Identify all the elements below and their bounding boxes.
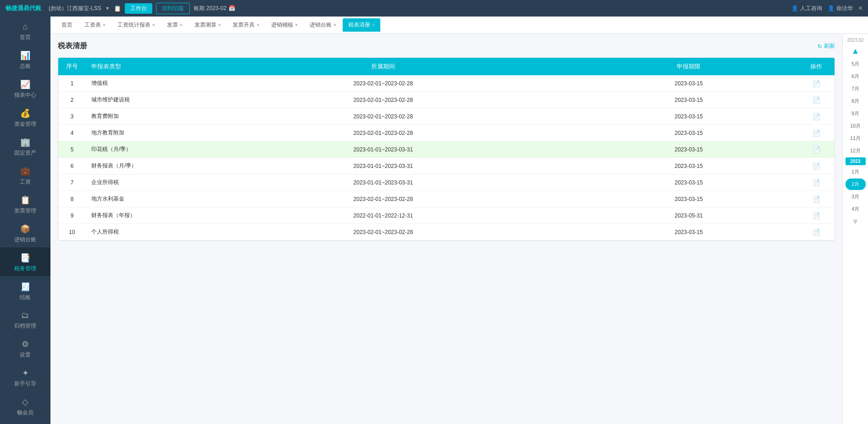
tab-purchases-ledger-close[interactable]: × <box>334 22 336 28</box>
cell-action[interactable]: 📄 <box>798 125 835 141</box>
cell-period: 2023-02-01~2023-02-28 <box>187 108 579 125</box>
cell-action[interactable]: 📄 <box>798 92 835 108</box>
view-icon[interactable]: 📄 <box>812 96 820 104</box>
timeline-month-6[interactable]: 6月 <box>846 71 866 82</box>
sidebar-item-assets[interactable]: 🏢 固定资产 <box>0 132 50 161</box>
tab-salary-table[interactable]: 工资表 × <box>79 18 111 32</box>
timeline-month-3[interactable]: 3月 <box>846 191 866 202</box>
col-period: 所属期间 <box>187 58 579 75</box>
sidebar-item-reports[interactable]: 📈 报表中心 <box>0 74 50 103</box>
refresh-icon: ↻ <box>818 43 822 50</box>
view-icon[interactable]: 📄 <box>812 229 820 236</box>
main-panel: 税表清册 ↻ 刷新 序号 申报表类型 所属期间 申报期限 <box>50 34 842 424</box>
timeline-month-7[interactable]: 7月 <box>846 83 866 95</box>
cell-action[interactable]: 📄 <box>798 174 835 191</box>
ai-icon: 👤 <box>791 5 798 11</box>
timeline-month-8[interactable]: 8月 <box>846 95 866 107</box>
tab-invoice-open[interactable]: 发票开具 × <box>227 18 265 32</box>
cell-type: 地方水利基金 <box>86 191 187 207</box>
sidebar-item-home[interactable]: ⌂ 首页 <box>0 17 50 45</box>
cell-action[interactable]: 📄 <box>798 191 835 207</box>
tab-invoice-calc-close[interactable]: × <box>218 22 221 28</box>
timeline-month-4[interactable]: 4月 <box>846 203 866 215</box>
sidebar-item-ledger[interactable]: 📊 总账 <box>0 45 50 74</box>
view-icon[interactable]: 📄 <box>812 162 820 170</box>
timeline-month-9[interactable]: 9月 <box>846 108 866 119</box>
cell-seq: 8 <box>58 191 86 207</box>
sidebar-item-archive[interactable]: 🗂 归档管理 <box>0 305 50 334</box>
invoice-icon: 📋 <box>20 195 30 205</box>
timeline-month-2[interactable]: 2月 <box>846 179 866 190</box>
cell-period: 2022-01-01~2022-12-31 <box>187 207 579 224</box>
cell-period: 2023-01-01~2023-03-31 <box>187 141 579 158</box>
timeline-down-button[interactable]: ▼ <box>851 217 860 227</box>
view-icon[interactable]: 📄 <box>812 80 820 87</box>
cell-type: 个人所得税 <box>86 224 187 240</box>
timeline-month-1[interactable]: 1月 <box>846 166 866 178</box>
switch-old-button[interactable]: 切到旧版 <box>156 3 190 14</box>
sidebar-item-guide[interactable]: ✦ 新手引导 <box>0 363 50 391</box>
top-bar: 畅捷通易代账 (勿动）江西服宝-LSS ▼ 📋 工作台 切到旧版 账期 2023… <box>0 0 868 17</box>
cell-type: 财务报表（月/季） <box>86 158 187 174</box>
timeline-month-5[interactable]: 5月 <box>846 58 866 70</box>
sidebar-item-invoice[interactable]: 📋 发票管理 <box>0 190 50 218</box>
refresh-button[interactable]: ↻ 刷新 <box>818 42 835 50</box>
tab-salary-stats-close[interactable]: × <box>152 22 155 28</box>
view-icon[interactable]: 📄 <box>812 113 820 120</box>
timeline-year-2023[interactable]: 2023 <box>846 157 866 165</box>
workbench-button[interactable]: 工作台 <box>125 3 152 14</box>
user-profile[interactable]: 👤 徐泾华 <box>828 5 853 12</box>
view-icon[interactable]: 📄 <box>812 212 820 219</box>
timeline-month-11[interactable]: 11月 <box>846 133 866 144</box>
view-icon[interactable]: 📄 <box>812 195 820 203</box>
cell-deadline: 2023-03-15 <box>579 125 798 141</box>
cell-action[interactable]: 📄 <box>798 158 835 174</box>
ai-consult-button[interactable]: 👤 人工咨询 <box>791 5 822 12</box>
sidebar-item-funds[interactable]: 💰 资金管理 <box>0 103 50 132</box>
sidebar-item-settings[interactable]: ⚙ 设置 <box>0 334 50 363</box>
period-label: 账期 2023-02 📅 <box>194 5 235 12</box>
tab-purchases-check[interactable]: 进销稽核 × <box>266 18 303 32</box>
period-calendar-icon[interactable]: 📅 <box>228 5 235 11</box>
cell-seq: 9 <box>58 207 86 224</box>
company-dropdown-icon[interactable]: ▼ <box>105 6 110 11</box>
tab-salary-table-close[interactable]: × <box>103 22 106 28</box>
tab-invoice-calc[interactable]: 发票测算 × <box>189 18 227 32</box>
cell-period: 2023-02-01~2023-02-28 <box>187 92 579 108</box>
sidebar-item-purchases[interactable]: 📦 进销台账 <box>0 218 50 247</box>
tab-salary-stats[interactable]: 工资统计报表 × <box>112 18 161 32</box>
cell-seq: 1 <box>58 75 86 92</box>
tab-invoice[interactable]: 发票 × <box>161 18 188 32</box>
tab-salary-stats-label: 工资统计报表 <box>117 21 150 29</box>
view-icon[interactable]: 📄 <box>812 129 820 137</box>
cell-action[interactable]: 📄 <box>798 141 835 158</box>
sidebar-item-label: 总账 <box>20 62 31 70</box>
timeline-up-button[interactable]: ▲ <box>851 46 860 56</box>
guide-icon: ✦ <box>22 368 29 378</box>
timeline-month-12[interactable]: 12月 <box>846 145 866 156</box>
tab-tax-clear-close[interactable]: × <box>372 22 375 28</box>
tab-purchases-check-close[interactable]: × <box>295 22 298 28</box>
unpin-button[interactable]: 📌 取消固定 <box>0 420 50 424</box>
sidebar-item-salary[interactable]: 💼 工资 <box>0 161 50 190</box>
table-row: 7 企业所得税 2023-01-01~2023-03-31 2023-03-15… <box>58 174 835 191</box>
cell-action[interactable]: 📄 <box>798 207 835 224</box>
cell-action[interactable]: 📄 <box>798 108 835 125</box>
view-icon[interactable]: 📄 <box>812 179 820 186</box>
cell-action[interactable]: 📄 <box>798 75 835 92</box>
view-icon[interactable]: 📄 <box>812 146 820 153</box>
tab-invoice-open-close[interactable]: × <box>256 22 259 28</box>
cell-period: 2023-01-01~2023-03-31 <box>187 158 579 174</box>
tab-tax-clear[interactable]: 税表清册 × <box>343 18 380 32</box>
salary-icon: 💼 <box>20 166 30 176</box>
timeline-month-10[interactable]: 10月 <box>846 120 866 132</box>
sidebar-item-tax[interactable]: 📑 税务管理 <box>0 247 50 276</box>
sidebar-item-label: 首页 <box>20 33 31 41</box>
tab-home[interactable]: 首页 <box>56 18 78 32</box>
sidebar-item-member[interactable]: ◇ 畅会员 <box>0 391 50 420</box>
cell-action[interactable]: 📄 <box>798 224 835 240</box>
window-close-button[interactable]: × <box>858 4 862 12</box>
tab-invoice-close[interactable]: × <box>180 22 183 28</box>
sidebar-item-settlement[interactable]: 🧾 结账 <box>0 276 50 305</box>
tab-purchases-ledger[interactable]: 进销台账 × <box>304 18 342 32</box>
